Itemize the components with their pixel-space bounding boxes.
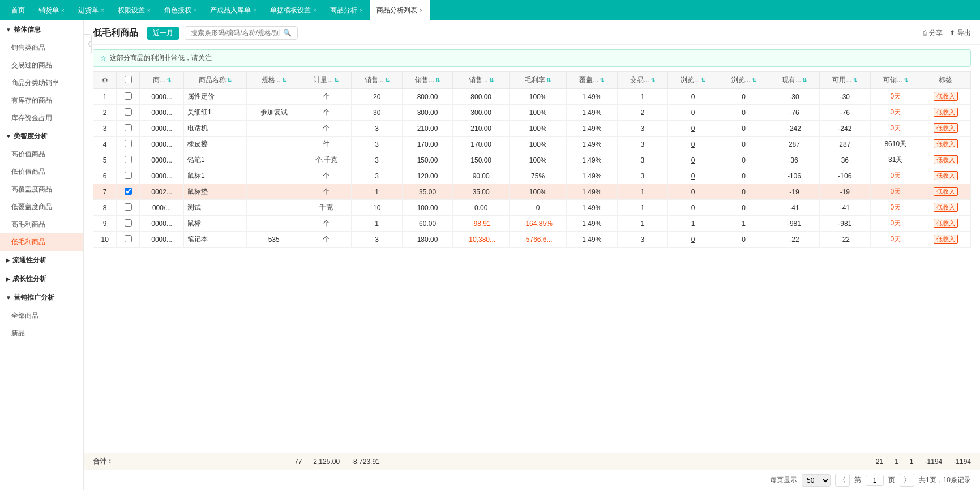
sidebar-item-new-goods[interactable]: 新品: [0, 325, 83, 342]
nav-template-settings[interactable]: 单据模板设置 ×: [263, 0, 323, 20]
cell-gross-margin: 100%: [510, 137, 567, 152]
col-unit[interactable]: 计量...⇅: [301, 72, 352, 89]
sidebar-group-overall[interactable]: ▼ 整体信息: [0, 20, 83, 39]
sidebar-group-growth[interactable]: ▶ 成长性分析: [0, 270, 83, 288]
col-checkbox[interactable]: [117, 72, 140, 89]
nav-permissions[interactable]: 权限设置 ×: [111, 0, 157, 20]
close-icon[interactable]: ×: [253, 7, 256, 14]
row-checkbox[interactable]: [125, 172, 132, 179]
row-checkbox[interactable]: [125, 235, 132, 242]
cell-browse1: 0: [667, 152, 718, 168]
col-coverage[interactable]: 覆盖...⇅: [567, 72, 617, 89]
cell-checkbox[interactable]: [117, 121, 140, 137]
col-sellable[interactable]: 可销...⇅: [870, 72, 921, 89]
col-settings[interactable]: ⚙: [93, 72, 117, 89]
sidebar-item-all-goods[interactable]: 全部商品: [0, 307, 83, 325]
sidebar-collapse-button[interactable]: 《: [84, 34, 92, 54]
col-name[interactable]: 商品名称⇅: [184, 72, 247, 89]
nav-purchase-order[interactable]: 进货单 ×: [71, 0, 111, 20]
sidebar-item-high-value[interactable]: 高价值商品: [0, 146, 83, 163]
close-icon[interactable]: ×: [360, 7, 363, 14]
row-checkbox[interactable]: [125, 124, 132, 131]
col-current-stock[interactable]: 现有...⇅: [769, 72, 819, 89]
close-icon[interactable]: ×: [147, 7, 151, 14]
close-icon[interactable]: ×: [313, 7, 316, 14]
cell-trade-count: 3: [617, 137, 667, 152]
content-header: 低毛利商品 近一月 🔍 ⎙ 分享 ⬆ 导出: [84, 20, 980, 45]
row-checkbox[interactable]: [125, 219, 132, 227]
cell-coverage: 1.49%: [567, 168, 617, 184]
cell-available: -19: [820, 184, 870, 200]
cell-checkbox[interactable]: [117, 137, 140, 152]
col-tag[interactable]: 标签: [921, 72, 970, 89]
row-checkbox[interactable]: [125, 188, 132, 195]
page-number-input[interactable]: [866, 475, 884, 486]
sidebar-item-stock-capital[interactable]: 库存资金占用: [0, 109, 83, 127]
export-button[interactable]: ⬆ 导出: [949, 28, 971, 38]
cell-browse2: 0: [718, 168, 769, 184]
cell-checkbox[interactable]: [117, 105, 140, 121]
cell-unit: 千克: [301, 200, 352, 216]
nav-product-analysis[interactable]: 商品分析 ×: [323, 0, 370, 20]
nav-sales-order[interactable]: 销货单 ×: [32, 0, 71, 20]
sidebar-item-stocked-goods[interactable]: 有库存的商品: [0, 92, 83, 109]
col-browse2[interactable]: 浏览...⇅: [718, 72, 769, 89]
cell-checkbox[interactable]: [117, 200, 140, 216]
sidebar-item-sales-goods[interactable]: 销售类商品: [0, 39, 83, 57]
col-sale-amount[interactable]: 销售...⇅: [453, 72, 510, 89]
cell-coverage: 1.49%: [567, 137, 617, 152]
sidebar-item-traded-goods[interactable]: 交易过的商品: [0, 57, 83, 74]
page-size-select[interactable]: 50 100 200: [802, 474, 831, 487]
cell-code: 0000...: [140, 89, 184, 105]
row-checkbox[interactable]: [125, 92, 132, 100]
table-footer: 合计： 77 2,125.00 -8,723.91 21 1 1 -1194 -…: [84, 453, 980, 470]
sidebar-item-high-coverage[interactable]: 高覆盖度商品: [0, 181, 83, 198]
nav-product-inbound[interactable]: 产成品入库单 ×: [203, 0, 263, 20]
close-icon[interactable]: ×: [101, 7, 104, 14]
nav-product-analysis-list[interactable]: 商品分析列表 ×: [370, 0, 430, 20]
period-button[interactable]: 近一月: [147, 27, 179, 40]
search-input[interactable]: [191, 29, 280, 37]
sidebar-group-liquidity[interactable]: ▶ 流通性分析: [0, 251, 83, 270]
cell-name: 吴细细1: [184, 105, 247, 121]
col-trade-count[interactable]: 交易...⇅: [617, 72, 667, 89]
cell-checkbox[interactable]: [117, 184, 140, 200]
footer-sale-price: 2,125.00: [313, 458, 340, 466]
sidebar-group-marketing[interactable]: ▼ 营销推广分析: [0, 288, 83, 307]
prev-page-button[interactable]: 〈: [835, 474, 850, 487]
sidebar-item-low-value[interactable]: 低价值商品: [0, 163, 83, 181]
col-code[interactable]: 商...⇅: [140, 72, 184, 89]
cell-checkbox[interactable]: [117, 216, 140, 232]
close-icon[interactable]: ×: [61, 7, 65, 14]
sidebar-item-low-coverage[interactable]: 低覆盖度商品: [0, 198, 83, 216]
cell-checkbox[interactable]: [117, 152, 140, 168]
col-sale-price[interactable]: 销售...⇅: [402, 72, 452, 89]
col-spec[interactable]: 规格...⇅: [247, 72, 301, 89]
search-icon[interactable]: 🔍: [283, 29, 292, 37]
nav-home[interactable]: 首页: [5, 0, 32, 20]
close-icon[interactable]: ×: [194, 7, 197, 14]
col-available[interactable]: 可用...⇅: [820, 72, 870, 89]
col-sale-qty[interactable]: 销售...⇅: [352, 72, 402, 89]
sidebar-item-category-rate[interactable]: 商品分类助销率: [0, 74, 83, 92]
cell-gross-margin: 100%: [510, 89, 567, 105]
row-checkbox[interactable]: [125, 156, 132, 163]
sidebar-group-smart[interactable]: ▼ 类智度分析: [0, 127, 83, 146]
share-button[interactable]: ⎙ 分享: [923, 28, 943, 38]
cell-no: 10: [93, 232, 117, 248]
cell-checkbox[interactable]: [117, 89, 140, 105]
col-browse1[interactable]: 浏览...⇅: [667, 72, 718, 89]
col-gross-margin[interactable]: 毛利率⇅: [510, 72, 567, 89]
next-page-button[interactable]: 〉: [900, 474, 914, 487]
select-all-checkbox[interactable]: [125, 76, 132, 83]
sidebar-item-low-margin[interactable]: 低毛利商品: [0, 233, 83, 251]
row-checkbox[interactable]: [125, 108, 132, 116]
nav-role-auth[interactable]: 角色授权 ×: [157, 0, 204, 20]
row-checkbox[interactable]: [125, 140, 132, 147]
cell-code: 0000...: [140, 105, 184, 121]
row-checkbox[interactable]: [125, 203, 132, 211]
close-icon[interactable]: ×: [420, 7, 423, 14]
sidebar-item-high-margin[interactable]: 高毛利商品: [0, 216, 83, 233]
cell-checkbox[interactable]: [117, 232, 140, 248]
cell-checkbox[interactable]: [117, 168, 140, 184]
